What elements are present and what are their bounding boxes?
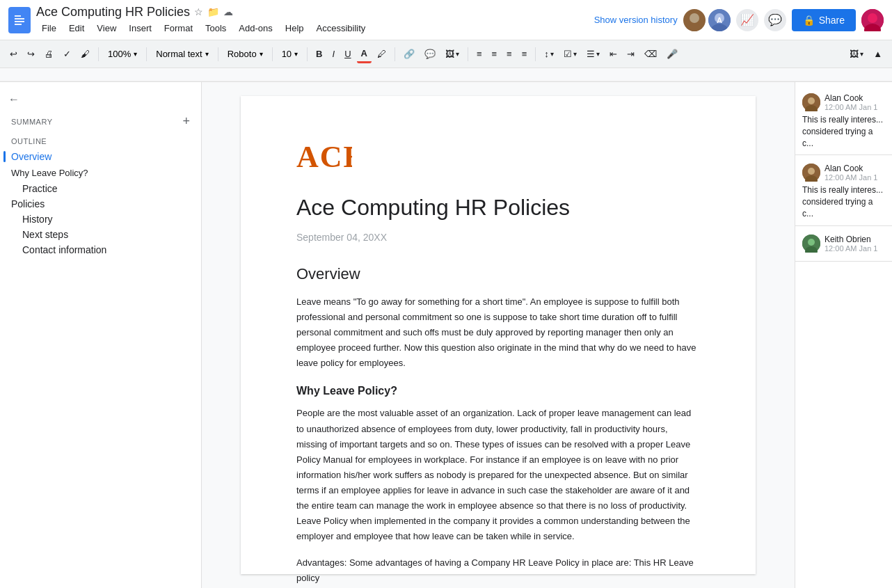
clear-formatting-button[interactable]: ⌫ [640,46,661,62]
overview-heading: Overview [296,265,700,283]
doc-title-row: Ace Computing HR Policies ☆ 📁 ☁ [36,5,589,19]
toolbar: ↩ ↪ 🖨 ✓ 🖌 100% ▾ Normal text ▾ Roboto ▾ … [0,40,892,68]
spell-check-button[interactable]: ✓ [59,46,75,62]
collaborator-avatar-2: A [708,9,731,31]
separator-1 [98,47,99,61]
line-spacing-button[interactable]: ↕ ▾ [540,46,558,62]
outline-item-overview[interactable]: Overview [0,148,201,165]
comment-avatar-2 [802,164,820,182]
doc-date: September 04, 20XX [296,232,700,243]
why-leave-heading: Why Leave Policy? [296,385,700,397]
comment-avatar-1 [802,93,820,111]
undo-button[interactable]: ↩ [6,46,22,62]
svg-point-5 [690,13,699,23]
style-select[interactable]: Normal text ▾ [151,47,213,61]
align-justify-button[interactable]: ≡ [518,46,532,62]
comment-card-1: Alan Cook 12:00 AM Jan 1 This is really … [795,88,892,155]
doc-page: ACE Ace Computing HR Policies September … [241,96,756,574]
voice-input-button[interactable]: 🎤 [662,46,682,62]
comment-card-3: Keith Obrien 12:00 AM Jan 1 [795,229,892,262]
menu-addons[interactable]: Add-ons [233,21,278,35]
comment-header-3: Keith Obrien 12:00 AM Jan 1 [802,235,885,253]
menu-help[interactable]: Help [280,21,310,35]
comment-name-2: Alan Cook [825,164,877,173]
comment-insert-button[interactable]: 💬 [420,46,440,62]
svg-point-6 [686,24,703,31]
menu-tools[interactable]: Tools [200,21,232,35]
align-center-button[interactable]: ≡ [488,46,502,62]
cloud-icon[interactable]: ☁ [223,6,233,17]
italic-button[interactable]: I [328,46,340,62]
user-avatar[interactable] [861,9,884,31]
menu-insert[interactable]: Insert [123,21,157,35]
outline-item-contact[interactable]: Contact information [0,242,201,257]
checklist-button[interactable]: ☑ ▾ [559,46,581,62]
print-button[interactable]: 🖨 [40,46,58,62]
folder-icon[interactable]: 📁 [207,6,219,17]
comment-text-2: This is really interes... considered try… [802,184,885,219]
outline-item-next-steps[interactable]: Next steps [0,227,201,242]
comment-meta-3: Keith Obrien 12:00 AM Jan 1 [825,235,877,253]
menu-view[interactable]: View [91,21,122,35]
share-button[interactable]: 🔒 Share [792,9,856,31]
menu-edit[interactable]: Edit [63,21,90,35]
why-leave-text: People are the most valuable asset of an… [296,406,700,544]
text-color-button[interactable]: A [357,45,372,63]
summary-label: SUMMARY [11,118,53,126]
sidebar: ← SUMMARY + OUTLINE Overview Why Leave P… [0,82,202,588]
decrease-indent-button[interactable]: ⇤ [605,46,621,62]
svg-point-18 [808,97,815,104]
separator-5 [307,47,308,61]
separator-4 [272,47,273,61]
outline-item-why-leave[interactable]: Why Leave Policy? [0,165,201,181]
menu-accessibility[interactable]: Accessibility [311,21,372,35]
comments-button[interactable]: 💬 [764,9,786,31]
font-chevron: ▾ [260,50,263,58]
collapse-button[interactable]: ▲ [869,46,886,62]
svg-rect-0 [13,11,26,29]
app-icon [8,7,31,33]
bullet-list-button[interactable]: ☰ ▾ [582,46,604,62]
menu-file[interactable]: File [36,21,62,35]
redo-button[interactable]: ↪ [23,46,39,62]
top-right-actions: Show version history A 📈 💬 🔒 Shar [594,9,884,31]
outline-label: OUTLINE [0,132,201,148]
size-select[interactable]: 10 ▾ [277,47,303,61]
link-button[interactable]: 🔗 [399,46,419,62]
increase-indent-button[interactable]: ⇥ [623,46,639,62]
paint-format-button[interactable]: 🖌 [77,46,94,62]
avatar-group: A [683,9,731,31]
separator-7 [468,47,468,61]
svg-text:ACE: ACE [296,140,352,171]
zoom-select[interactable]: 100% ▾ [103,47,142,61]
advantages-text: Advantages: Some advantages of having a … [296,555,700,586]
outline-item-history[interactable]: History [0,212,201,227]
underline-button[interactable]: U [340,46,355,62]
version-history-link[interactable]: Show version history [594,15,678,25]
align-right-button[interactable]: ≡ [502,46,516,62]
overview-text: Leave means "To go away for something fo… [296,294,700,371]
image-button[interactable]: 🖼 ▾ [441,46,463,62]
font-select[interactable]: Roboto ▾ [223,47,268,61]
back-arrow-icon: ← [8,93,19,106]
add-summary-button[interactable]: + [182,114,190,129]
comment-time-3: 12:00 AM Jan 1 [825,244,877,253]
back-button[interactable]: ← [0,90,201,109]
ruler [0,68,892,82]
doc-area: ACE Ace Computing HR Policies September … [202,82,795,588]
doc-main-title: Ace Computing HR Policies [296,195,700,221]
comments-panel: Alan Cook 12:00 AM Jan 1 This is really … [795,82,892,588]
image-options-button[interactable]: 🖼 ▾ [845,46,868,62]
separator-2 [146,47,147,61]
outline-item-practice[interactable]: Practice [0,181,201,196]
highlight-button[interactable]: 🖊 [373,46,390,62]
star-icon[interactable]: ☆ [194,6,203,17]
menu-format[interactable]: Format [159,21,198,35]
svg-point-24 [808,239,815,246]
align-left-button[interactable]: ≡ [472,46,486,62]
bold-button[interactable]: B [312,46,326,62]
outline-item-policies[interactable]: Policies [0,196,201,212]
collaborator-avatar-1 [683,9,706,31]
comment-time-2: 12:00 AM Jan 1 [825,173,877,182]
trends-button[interactable]: 📈 [736,9,758,31]
